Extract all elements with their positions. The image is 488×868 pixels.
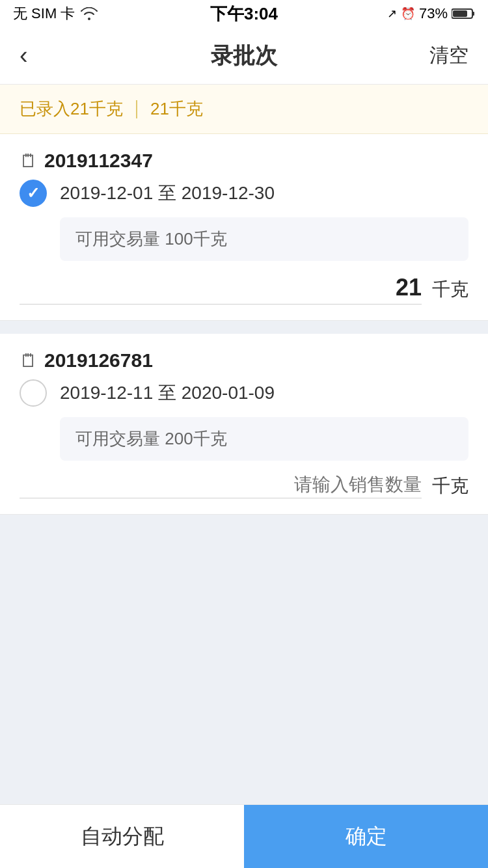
alarm-icon: ⏰ (401, 7, 415, 21)
back-button[interactable]: ‹ (20, 42, 59, 70)
page-title: 录批次 (211, 41, 277, 71)
recorded-amount-value: 21千克 (150, 98, 203, 120)
batch-volume-1: 可用交易量 100千克 (60, 217, 468, 261)
batch-id-row-1: 🗒 2019112347 (20, 150, 468, 172)
batch-card-2: 🗒 2019126781 2019-12-11 至 2020-01-09 可用交… (0, 334, 488, 515)
checkmark-1: ✓ (27, 184, 40, 202)
location-icon: ↗ (387, 7, 397, 21)
batch-card-1: 🗒 2019112347 ✓ 2019-12-01 至 2019-12-30 可… (0, 134, 488, 321)
wifi-icon (80, 7, 98, 20)
carrier-text: 无 SIM 卡 (13, 4, 75, 23)
batch-date-row-1[interactable]: ✓ 2019-12-01 至 2019-12-30 (20, 180, 468, 207)
batch-id-text-1: 2019112347 (44, 150, 153, 172)
radio-2[interactable] (20, 379, 47, 407)
status-right: ↗ ⏰ 73% (387, 5, 475, 22)
batch-id-icon-1: 🗒 (20, 150, 38, 172)
batch-volume-2: 可用交易量 200千克 (60, 417, 468, 461)
empty-area (0, 515, 488, 801)
batch-input-row-2: 千克 (0, 461, 488, 515)
clear-button[interactable]: 清空 (429, 42, 468, 69)
bottom-bar: 自动分配 确定 (0, 804, 488, 868)
svg-rect-1 (472, 12, 474, 16)
batch-unit-2: 千克 (432, 474, 468, 498)
batch-id-text-2: 2019126781 (44, 349, 153, 372)
svg-rect-2 (453, 10, 467, 17)
batch-unit-1: 千克 (432, 277, 468, 302)
section-divider (0, 321, 488, 334)
batch-item-2: 🗒 2019126781 2019-12-11 至 2020-01-09 可用交… (0, 334, 488, 461)
input-line-2[interactable] (20, 474, 422, 498)
battery-text: 73% (419, 5, 448, 22)
batch-input-row-1: 21 千克 (0, 261, 488, 321)
batch-input-field-2[interactable] (20, 474, 422, 495)
batch-date-row-2[interactable]: 2019-12-11 至 2020-01-09 (20, 379, 468, 407)
batch-date-text-2: 2019-12-11 至 2020-01-09 (60, 381, 275, 405)
info-banner: 已录入21千克 21千克 (0, 85, 488, 134)
input-line-1: 21 (20, 274, 422, 305)
batch-item-1: 🗒 2019112347 ✓ 2019-12-01 至 2019-12-30 可… (0, 134, 488, 261)
content-area: 🗒 2019112347 ✓ 2019-12-01 至 2019-12-30 可… (0, 134, 488, 868)
info-divider (136, 100, 137, 118)
batch-input-value-1: 21 (396, 274, 422, 301)
nav-bar: ‹ 录批次 清空 (0, 27, 488, 85)
battery-icon (452, 8, 475, 20)
batch-id-row-2: 🗒 2019126781 (20, 349, 468, 372)
status-bar: 无 SIM 卡 下午3:04 ↗ ⏰ 73% (0, 0, 488, 27)
batch-id-icon-2: 🗒 (20, 350, 38, 372)
radio-1[interactable]: ✓ (20, 180, 47, 207)
recorded-amount-label: 已录入21千克 (20, 98, 123, 120)
status-time: 下午3:04 (210, 3, 278, 25)
auto-distribute-button[interactable]: 自动分配 (0, 805, 244, 868)
status-left: 无 SIM 卡 (13, 4, 98, 23)
confirm-button[interactable]: 确定 (244, 805, 488, 868)
batch-date-text-1: 2019-12-01 至 2019-12-30 (60, 181, 275, 206)
